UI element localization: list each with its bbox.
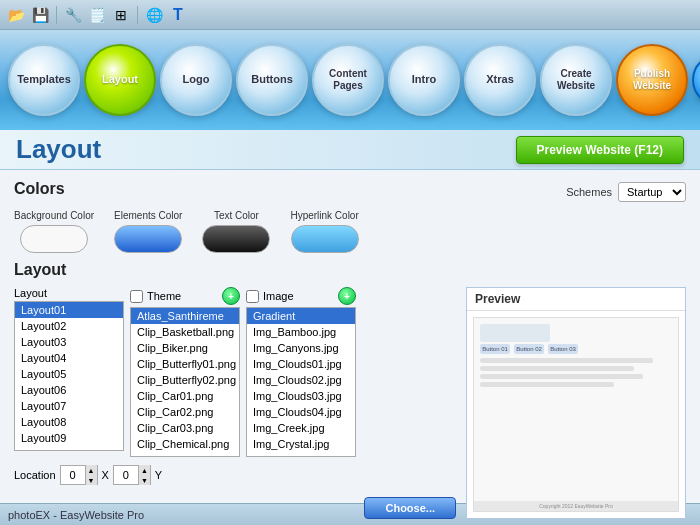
location-x-up[interactable]: ▲ [85,465,97,475]
theme-listbox[interactable]: Atlas_SanthiremeClip_Basketball.pngClip_… [130,307,240,457]
color-swatches-row: Background Color Elements Color Text Col… [14,210,686,253]
theme-list-item[interactable]: Clip_Chemical.png [131,436,239,452]
location-x-spinner[interactable]: ▲ ▼ [60,465,98,485]
image-list-item[interactable]: Img_Crystal.jpg [247,436,355,452]
list-icon[interactable]: 🗒️ [87,5,107,25]
theme-add-button[interactable]: + [222,287,240,305]
layout-list-item[interactable]: Layout09 [15,430,123,446]
theme-col-header: Theme + [130,287,240,305]
theme-list-item[interactable]: Clip_Colors.png [131,452,239,457]
location-row: Location ▲ ▼ X ▲ ▼ Y [14,465,456,485]
scheme-select[interactable]: Startup Classic Modern Dark [618,182,686,202]
mock-line-2 [480,366,634,371]
tab-logo[interactable]: Logo [160,44,232,116]
tab-create-website[interactable]: Create Website [540,44,612,116]
image-list-item[interactable]: Img_Creek.jpg [247,420,355,436]
tab-layout[interactable]: Layout [84,44,156,116]
background-color-swatch[interactable] [20,225,88,253]
mock-nav-item-2: Button 02 [514,344,544,354]
location-y-spinner[interactable]: ▲ ▼ [113,465,151,485]
layout-list-item[interactable]: Layout02 [15,318,123,334]
layout-list-item[interactable]: Layout04 [15,350,123,366]
location-x-down[interactable]: ▼ [85,475,97,485]
layout-left-col: Layout Layout01Layout02Layout03Layout04L… [14,287,456,519]
mock-line-4 [480,382,614,387]
layout-list-item[interactable]: Layout05 [15,366,123,382]
text-icon[interactable]: T [168,5,188,25]
tab-info[interactable]: i [692,54,700,106]
image-listbox[interactable]: GradientImg_Bamboo.jpgImg_Canyons.jpgImg… [246,307,356,457]
image-list-item[interactable]: Img_Clouds01.jpg [247,356,355,372]
location-y-down[interactable]: ▼ [138,475,150,485]
layout-icon[interactable]: ⊞ [111,5,131,25]
toolbar-separator [56,6,57,24]
location-x-input[interactable] [61,469,85,481]
image-list-item[interactable]: Img_Clouds03.jpg [247,388,355,404]
image-list-item[interactable]: Img_Canyons.jpg [247,340,355,356]
colors-section: Colors Schemes Startup Classic Modern Da… [14,180,686,253]
tab-intro[interactable]: Intro [388,44,460,116]
preview-panel-title: Preview [467,288,685,311]
image-list-item[interactable]: Gradient [247,308,355,324]
mock-nav-item-3: Button 03 [548,344,578,354]
save-icon[interactable]: 💾 [30,5,50,25]
theme-list-item[interactable]: Clip_Car03.png [131,420,239,436]
layout-list-item[interactable]: Layout08 [15,414,123,430]
theme-list-item[interactable]: Clip_Biker.png [131,340,239,356]
location-y-label: Y [155,469,162,481]
theme-list-col: Theme + Atlas_SanthiremeClip_Basketball.… [130,287,240,457]
page-header: Layout Preview Website (F12) [0,130,700,170]
tab-publish-website[interactable]: Publish Website [616,44,688,116]
nav-bar: Templates Layout Logo Buttons Content Pa… [0,30,700,130]
theme-list-item[interactable]: Atlas_Santhireme [131,308,239,324]
image-list-item[interactable]: Img_Bamboo.jpg [247,324,355,340]
image-list-col: Image + GradientImg_Bamboo.jpgImg_Canyon… [246,287,356,457]
preview-panel: Preview Button 01 Button 02 Button 03 [466,287,686,519]
theme-checkbox[interactable] [130,290,143,303]
toolbar-separator2 [137,6,138,24]
layout-list-item[interactable]: Layout07 [15,398,123,414]
mock-line-1 [480,358,653,363]
location-x-arrows[interactable]: ▲ ▼ [85,465,97,485]
image-checkbox[interactable] [246,290,259,303]
tab-content-pages[interactable]: Content Pages [312,44,384,116]
globe-icon[interactable]: 🌐 [144,5,164,25]
text-color-swatch[interactable] [202,225,270,253]
location-x-label: X [102,469,109,481]
layout-list-item[interactable]: Layout06 [15,382,123,398]
preview-website-button[interactable]: Preview Website (F12) [516,136,685,164]
hyperlink-color-swatch[interactable] [291,225,359,253]
elements-color-item: Elements Color [114,210,182,253]
tools-icon[interactable]: 🔧 [63,5,83,25]
image-list-item[interactable]: Img_Dawn.jpg [247,452,355,457]
tab-buttons[interactable]: Buttons [236,44,308,116]
theme-list-item[interactable]: Clip_Butterfly02.png [131,372,239,388]
hyperlink-color-item: Hyperlink Color [290,210,358,253]
location-y-arrows[interactable]: ▲ ▼ [138,465,150,485]
schemes-row: Schemes Startup Classic Modern Dark [566,182,686,202]
text-color-item: Text Color [202,210,270,253]
layout-list-item[interactable]: Layout01 [15,302,123,318]
location-y-input[interactable] [114,469,138,481]
tab-xtras[interactable]: Xtras [464,44,536,116]
tab-templates[interactable]: Templates [8,44,80,116]
open-folder-icon[interactable]: 📂 [6,5,26,25]
elements-color-swatch[interactable] [114,225,182,253]
layout-listbox[interactable]: Layout01Layout02Layout03Layout04Layout05… [14,301,124,451]
image-add-button[interactable]: + [338,287,356,305]
theme-list-item[interactable]: Clip_Car02.png [131,404,239,420]
theme-list-item[interactable]: Clip_Butterfly01.png [131,356,239,372]
theme-list-item[interactable]: Clip_Basketball.png [131,324,239,340]
page-title: Layout [16,134,516,165]
image-list-item[interactable]: Img_Clouds04.jpg [247,404,355,420]
background-color-label: Background Color [14,210,94,221]
elements-color-label: Elements Color [114,210,182,221]
background-color-item: Background Color [14,210,94,253]
toolbar: 📂 💾 🔧 🗒️ ⊞ 🌐 T [0,0,700,30]
layout-list-item[interactable]: Layout10 [15,446,123,451]
theme-list-item[interactable]: Clip_Car01.png [131,388,239,404]
choose-button[interactable]: Choose... [364,497,456,519]
layout-list-item[interactable]: Layout03 [15,334,123,350]
image-list-item[interactable]: Img_Clouds02.jpg [247,372,355,388]
location-y-up[interactable]: ▲ [138,465,150,475]
